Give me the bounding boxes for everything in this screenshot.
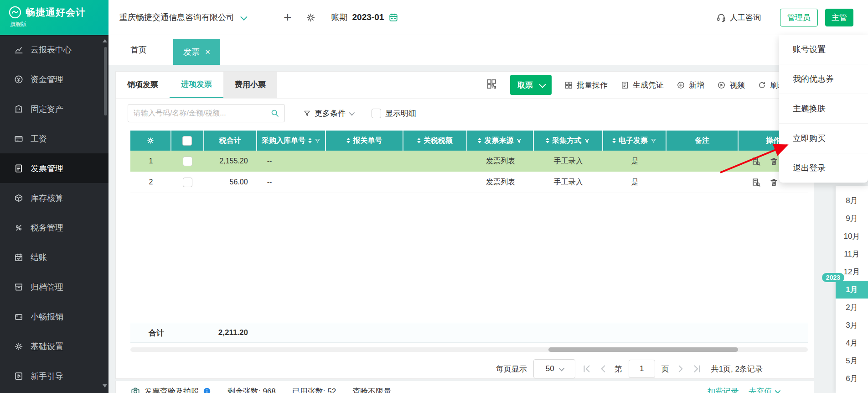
month-item[interactable]: 4月: [836, 334, 868, 352]
subtab-expense-receipt[interactable]: 费用小票: [223, 72, 277, 98]
sort-icon[interactable]: [308, 138, 312, 143]
filter-funnel-icon[interactable]: [516, 138, 522, 144]
sort-icon[interactable]: [346, 138, 350, 143]
row-checkbox[interactable]: [183, 157, 192, 166]
invoice-check-feature[interactable]: 发票查验及拍照: [130, 386, 211, 393]
per-page-select[interactable]: 50: [533, 359, 575, 378]
sidebar-item-guide[interactable]: 新手引导: [0, 361, 108, 391]
select-all-checkbox[interactable]: [182, 136, 192, 146]
sidebar-item-salary[interactable]: 工资: [0, 124, 108, 153]
sort-icon[interactable]: [546, 138, 549, 143]
search-icon[interactable]: [270, 109, 279, 118]
month-item[interactable]: 9月: [836, 210, 868, 227]
month-item[interactable]: 10月: [836, 227, 868, 245]
sidebar-item-inventory[interactable]: 库存核算: [0, 183, 108, 213]
consult-button[interactable]: 人工咨询: [716, 12, 761, 23]
prev-page-button[interactable]: [598, 364, 608, 374]
col-collect-method[interactable]: 采集方式: [534, 131, 603, 151]
subtab-sales-invoice[interactable]: 销项发票: [116, 72, 170, 98]
page-number-input[interactable]: [629, 360, 655, 378]
sidebar-item-cloud-report[interactable]: 云报表中心: [0, 35, 108, 64]
sidebar-item-funds[interactable]: 资金管理: [0, 64, 108, 94]
sort-icon[interactable]: [478, 138, 481, 143]
period-selector[interactable]: 账期 2023-01: [331, 12, 399, 23]
super-role-button[interactable]: 主管: [825, 9, 853, 26]
sidebar-item-tax[interactable]: 税务管理: [0, 213, 108, 242]
col-source[interactable]: 发票来源: [467, 131, 534, 151]
sidebar-item-invoice[interactable]: 发票管理: [0, 153, 108, 183]
menu-item-my-coupons[interactable]: 我的优惠券: [779, 64, 868, 94]
recharge-link[interactable]: 去充值: [749, 386, 779, 393]
company-selector[interactable]: 重庆畅捷交通信息咨询有限公司: [119, 12, 270, 23]
add-account-button[interactable]: +: [284, 10, 292, 24]
sidebar-scroll-down-icon[interactable]: [103, 384, 107, 388]
sidebar-scroll-up-icon[interactable]: [103, 39, 107, 42]
base-settings-icon: [14, 341, 24, 351]
first-page-button[interactable]: [582, 364, 592, 374]
video-help-button[interactable]: 视频: [717, 80, 745, 90]
admin-role-button[interactable]: 管理员: [780, 9, 818, 26]
month-item[interactable]: 2月: [836, 299, 868, 316]
search-input[interactable]: [128, 104, 285, 122]
fee-record-link[interactable]: 扣费记录: [708, 386, 739, 393]
more-filters-button[interactable]: 更多条件: [303, 108, 353, 119]
column-settings[interactable]: [130, 131, 171, 151]
horizontal-scrollbar[interactable]: [130, 347, 808, 352]
view-invoice-icon[interactable]: [751, 157, 761, 166]
brand-name: 畅捷通好会计: [26, 6, 86, 19]
checkbox-icon: [372, 109, 381, 118]
tab-home[interactable]: 首页: [118, 35, 160, 65]
sidebar-item-archive[interactable]: 归档管理: [0, 272, 108, 302]
col-tax-total[interactable]: 税合计: [204, 131, 257, 151]
col-remark[interactable]: 备注: [666, 131, 739, 151]
menu-item-theme-skin[interactable]: 主题换肤: [779, 94, 868, 124]
sidebar-scrollbar-thumb[interactable]: [104, 47, 107, 115]
month-item[interactable]: 8月: [836, 192, 868, 210]
col-customs-tax[interactable]: 关税税额: [403, 131, 467, 151]
generate-voucher-button[interactable]: 生成凭证: [620, 80, 664, 90]
chevron-down-icon: [539, 81, 546, 88]
month-item[interactable]: 11月: [836, 245, 868, 263]
batch-operation-button[interactable]: 批量操作: [564, 80, 608, 90]
month-item-active[interactable]: 1月: [836, 281, 868, 299]
qr-scan-button[interactable]: [486, 78, 497, 92]
filter-funnel-icon[interactable]: [315, 138, 320, 144]
delete-invoice-icon[interactable]: [769, 157, 779, 166]
menu-item-buy-now[interactable]: 立即购买: [779, 124, 868, 153]
sidebar-item-settings[interactable]: 基础设置: [0, 331, 108, 361]
menu-item-logout[interactable]: 退出登录: [779, 153, 868, 183]
horizontal-scrollbar-thumb[interactable]: [548, 347, 738, 352]
col-customs-no[interactable]: 报关单号: [326, 131, 403, 151]
month-item[interactable]: 6月: [836, 370, 868, 388]
month-item[interactable]: 5月: [836, 352, 868, 370]
add-new-button[interactable]: 新增: [677, 80, 704, 90]
month-item[interactable]: 3月: [836, 316, 868, 334]
menu-item-account-settings[interactable]: 账号设置: [779, 35, 868, 64]
col-e-invoice[interactable]: 电子发票: [603, 131, 667, 151]
row-checkbox[interactable]: [183, 178, 192, 187]
chevron-down-icon: [558, 365, 564, 371]
tab-invoice[interactable]: 发票 ×: [173, 39, 220, 65]
sidebar-item-closing[interactable]: 结账: [0, 242, 108, 272]
fetch-invoice-button[interactable]: 取票: [510, 75, 552, 95]
sidebar-item-fixed-assets[interactable]: 固定资产: [0, 94, 108, 124]
sort-icon[interactable]: [612, 138, 616, 143]
view-invoice-icon[interactable]: [751, 178, 761, 187]
next-page-button[interactable]: [676, 364, 686, 374]
header-right: 人工咨询 管理员 主管: [716, 9, 868, 26]
sidebar-item-reimburse[interactable]: 小畅报销: [0, 302, 108, 331]
delete-invoice-icon[interactable]: [769, 178, 779, 187]
col-purchase-no[interactable]: 采购入库单号: [257, 131, 326, 151]
settings-gear-button[interactable]: [305, 12, 316, 23]
month-item[interactable]: 7月: [836, 388, 868, 393]
tab-close-icon[interactable]: ×: [205, 47, 210, 56]
show-detail-checkbox[interactable]: 显示明细: [372, 108, 416, 119]
sort-icon[interactable]: [417, 138, 421, 143]
pagination-bar: 每页显示 50 第 页 共1页, 2条记录: [116, 359, 814, 378]
total-label: 合计: [130, 328, 204, 338]
last-page-button[interactable]: [692, 364, 702, 374]
filter-funnel-icon[interactable]: [584, 138, 590, 144]
subtab-purchase-invoice[interactable]: 进项发票: [170, 72, 223, 98]
filter-funnel-icon[interactable]: [651, 138, 656, 144]
info-icon[interactable]: [203, 387, 211, 393]
